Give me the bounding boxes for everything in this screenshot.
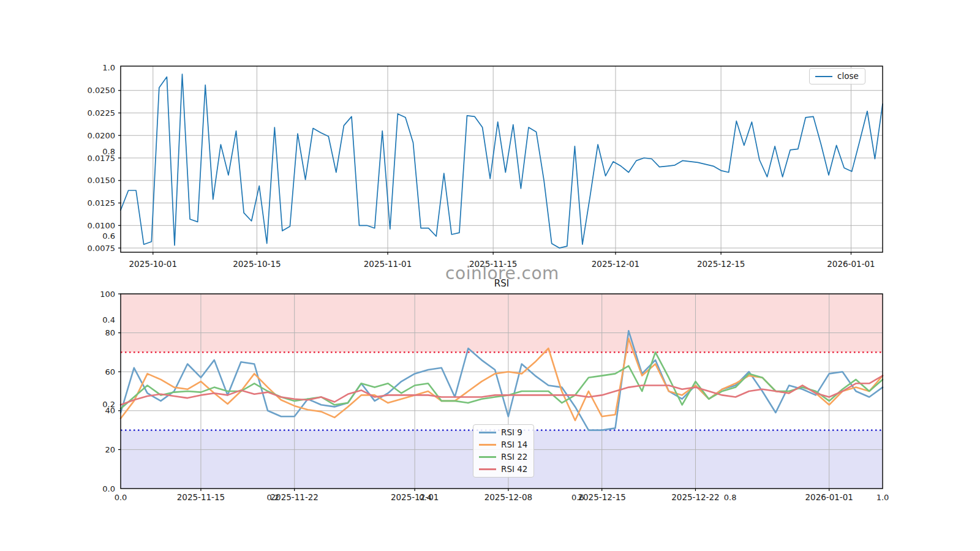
svg-text:1.0: 1.0: [102, 63, 115, 72]
legend-label-close: close: [837, 72, 859, 81]
svg-text:0.8: 0.8: [724, 493, 737, 502]
svg-text:2025-10-15: 2025-10-15: [233, 259, 281, 269]
legend-item-close: close: [815, 72, 859, 81]
rsi42-line-swatch: [479, 468, 496, 470]
svg-text:2025-11-15: 2025-11-15: [177, 492, 225, 502]
legend-label-rsi-14: RSI 14: [501, 440, 527, 449]
svg-text:0.8: 0.8: [102, 147, 115, 156]
price-legend: close: [809, 68, 865, 84]
svg-text:0.2: 0.2: [102, 400, 115, 409]
rsi9-line-swatch: [479, 432, 496, 433]
svg-text:0.0125: 0.0125: [88, 198, 116, 208]
svg-text:20: 20: [105, 445, 115, 454]
svg-text:2025-12-15: 2025-12-15: [578, 492, 625, 502]
legend-item-rsi-9: RSI 9: [479, 428, 527, 437]
svg-text:80: 80: [105, 328, 115, 337]
legend-item-rsi-42: RSI 42: [479, 465, 527, 474]
svg-text:0.4: 0.4: [419, 493, 432, 502]
svg-text:2026-01-01: 2026-01-01: [805, 492, 853, 502]
rsi-chart-title: RSI: [494, 278, 509, 289]
rsi-legend: RSI 9 RSI 14 RSI 22 RSI 42: [473, 424, 534, 478]
svg-text:0.0150: 0.0150: [88, 176, 116, 185]
legend-item-rsi-22: RSI 22: [479, 452, 527, 462]
svg-text:2025-10-01: 2025-10-01: [129, 259, 177, 269]
svg-text:2026-01-01: 2026-01-01: [827, 259, 875, 269]
svg-text:0.0200: 0.0200: [88, 131, 116, 140]
svg-text:0.2: 0.2: [266, 493, 279, 502]
svg-text:2025-11-01: 2025-11-01: [364, 259, 412, 269]
svg-text:0.0: 0.0: [102, 484, 115, 493]
svg-text:2025-12-08: 2025-12-08: [484, 492, 532, 502]
svg-text:0.4: 0.4: [102, 315, 115, 324]
overbought-band: [121, 294, 883, 352]
svg-text:100: 100: [100, 290, 115, 299]
legend-label-rsi-9: RSI 9: [501, 428, 522, 437]
legend-item-rsi-14: RSI 14: [479, 440, 527, 449]
svg-text:60: 60: [105, 367, 115, 377]
legend-label-rsi-22: RSI 22: [501, 452, 527, 462]
svg-text:2025-12-01: 2025-12-01: [592, 259, 639, 269]
svg-text:1.0: 1.0: [876, 493, 889, 502]
chart-figure: 0.00750.01000.01250.01500.01750.02000.02…: [0, 0, 980, 551]
price-chart-series-close: [121, 74, 883, 248]
svg-text:0.0: 0.0: [115, 493, 127, 502]
svg-text:2025-12-22: 2025-12-22: [671, 492, 719, 502]
svg-text:0.0100: 0.0100: [88, 221, 116, 230]
svg-text:0.0225: 0.0225: [88, 108, 116, 118]
price-chart: 0.00750.01000.01250.01500.01750.02000.02…: [88, 66, 883, 269]
svg-text:0.6: 0.6: [571, 493, 584, 502]
svg-text:0.6: 0.6: [102, 231, 115, 241]
close-line-swatch: [815, 76, 832, 77]
svg-text:0.0250: 0.0250: [88, 86, 116, 95]
rsi14-line-swatch: [479, 444, 496, 446]
rsi22-line-swatch: [479, 456, 496, 458]
svg-text:2025-12-15: 2025-12-15: [697, 259, 745, 269]
svg-text:0.0075: 0.0075: [88, 244, 116, 253]
legend-label-rsi-42: RSI 42: [501, 465, 527, 474]
